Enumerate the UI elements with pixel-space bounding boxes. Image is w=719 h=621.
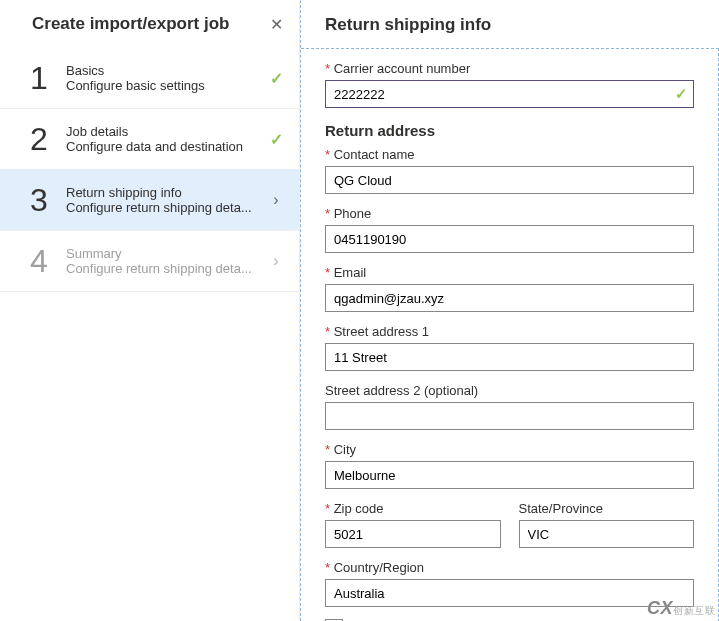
email-input[interactable] [325,284,694,312]
step-summary[interactable]: 4 Summary Configure return shipping deta… [0,230,299,291]
phone-input[interactable] [325,225,694,253]
step-subtitle: Configure data and destination [66,139,267,154]
country-input[interactable] [325,579,694,607]
city-label: City [325,442,694,457]
zip-input[interactable] [325,520,501,548]
check-icon: ✓ [267,130,285,149]
step-job-details[interactable]: 2 Job details Configure data and destina… [0,108,299,169]
step-title: Job details [66,124,267,139]
carrier-account-input[interactable] [325,80,694,108]
street1-label: Street address 1 [325,324,694,339]
check-icon: ✓ [267,69,285,88]
step-number: 1 [30,62,64,94]
email-label: Email [325,265,694,280]
step-subtitle: Configure return shipping deta... [66,261,267,276]
wizard-sidebar: Create import/export job ✕ 1 Basics Conf… [0,0,300,621]
street2-label: Street address 2 (optional) [325,383,694,398]
step-number: 3 [30,184,64,216]
return-address-header: Return address [325,122,694,139]
step-number: 2 [30,123,64,155]
city-input[interactable] [325,461,694,489]
sidebar-title: Create import/export job [32,14,229,34]
street1-input[interactable] [325,343,694,371]
contact-label: Contact name [325,147,694,162]
step-subtitle: Configure return shipping deta... [66,200,267,215]
zip-label: Zip code [325,501,501,516]
step-subtitle: Configure basic settings [66,78,267,93]
step-number: 4 [30,245,64,277]
chevron-right-icon: › [267,191,285,209]
main-panel: Return shipping info Carrier account num… [300,0,719,621]
step-title: Summary [66,246,267,261]
step-basics[interactable]: 1 Basics Configure basic settings ✓ [0,48,299,108]
step-title: Basics [66,63,267,78]
country-label: Country/Region [325,560,694,575]
state-input[interactable] [519,520,695,548]
carrier-label: Carrier account number [325,61,694,76]
step-title: Return shipping info [66,185,267,200]
step-return-shipping[interactable]: 3 Return shipping info Configure return … [0,169,299,230]
chevron-right-icon: › [267,252,285,270]
wizard-steps: 1 Basics Configure basic settings ✓ 2 Jo… [0,44,299,292]
check-icon: ✓ [675,85,688,103]
street2-input[interactable] [325,402,694,430]
phone-label: Phone [325,206,694,221]
state-label: State/Province [519,501,695,516]
page-title: Return shipping info [325,15,491,35]
close-icon[interactable]: ✕ [270,15,283,34]
contact-name-input[interactable] [325,166,694,194]
